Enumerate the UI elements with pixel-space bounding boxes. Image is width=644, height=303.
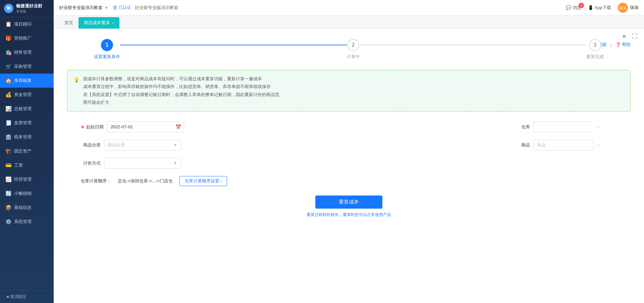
submit-hint: 重算过程耗时较长，重算时您可以正常使用产品 bbox=[307, 212, 391, 218]
sidebar-item-label: 营销推广 bbox=[14, 35, 32, 41]
inventory-icon: 🏠 bbox=[5, 78, 11, 84]
content-area: ✕ ⛶ 1 设置重算条件 2 bbox=[54, 29, 644, 303]
sidebar-item-sales[interactable]: 🛍️ 销售管理 bbox=[0, 45, 54, 59]
pricing-field: 计价方式 ▼ bbox=[80, 158, 342, 169]
warehouse-input[interactable] bbox=[533, 122, 594, 132]
sidebar-item-marketing[interactable]: 🎁 营销推广 bbox=[0, 31, 54, 45]
info-line-2: 成本重算过程中，影响库存账的操作均不能操作，比如进货单、销货单、库存单据不能审核… bbox=[83, 83, 279, 90]
tab-cost-label: 商品成本重算 bbox=[84, 20, 110, 26]
step-line-1 bbox=[120, 45, 347, 45]
accounting-icon: 📊 bbox=[5, 106, 11, 112]
info-line-3: 若【系统设置】中启用了自动调整记账日期时，会调整入库单的整单记账日期，因此重新计… bbox=[83, 91, 279, 98]
verified-badge: 🛡️ 已认证 bbox=[112, 5, 131, 10]
goods-more-icon[interactable]: ··· bbox=[595, 142, 602, 148]
step-1: 1 设置重算条件 bbox=[94, 39, 120, 60]
info-line-1: 因成本计算参数调整，或是对商品成本有疑问时，可以通过成本重算功能，重新计算一遍成… bbox=[83, 75, 279, 83]
submit-area: 重算成本 重算过程耗时较长，重算时您可以正常使用产品 bbox=[67, 196, 631, 218]
warehouse-field: 仓库 ··· bbox=[510, 122, 617, 132]
step-1-label: 设置重算条件 bbox=[94, 54, 120, 60]
app-download-label: App下载 bbox=[595, 5, 611, 11]
sidebar-item-label: 资金管理 bbox=[14, 92, 32, 98]
start-date-label: ★ 起始日期 bbox=[80, 124, 104, 130]
sidebar-unpin-button[interactable]: ◄ 取消固定 bbox=[0, 290, 54, 303]
sidebar-item-project[interactable]: 📋 项目顾问 bbox=[0, 17, 54, 31]
category-select[interactable]: 商品分类 ▼ bbox=[104, 140, 181, 150]
company-name: 好业财专业版演示帐套 bbox=[135, 5, 178, 11]
system-icon: ⚙️ bbox=[5, 219, 11, 225]
phone-icon: 📱 bbox=[588, 5, 593, 10]
expense-icon: 🔄 bbox=[5, 190, 11, 197]
sales-icon: 🛍️ bbox=[5, 49, 11, 55]
info-text: 因成本计算参数调整，或是对商品成本有疑问时，可以通过成本重算功能，重新计算一遍成… bbox=[83, 75, 279, 106]
step-2-circle: 2 bbox=[347, 39, 359, 51]
operation-icon: 📈 bbox=[5, 176, 11, 182]
sidebar-item-purchase[interactable]: 🛒 采购管理 bbox=[0, 59, 54, 74]
project-icon: 📋 bbox=[5, 21, 11, 27]
sidebar-item-operation[interactable]: 📈 经营管理 bbox=[0, 172, 54, 186]
tab-home[interactable]: 首页 bbox=[59, 17, 78, 29]
sidebar-item-system[interactable]: ⚙️ 系统管理 bbox=[0, 215, 54, 229]
account-name: 好业财专业版演示帐套 bbox=[59, 5, 103, 11]
step-line-2 bbox=[360, 45, 587, 45]
required-star: ★ bbox=[80, 124, 85, 129]
sidebar-item-label: 税务管理 bbox=[14, 134, 32, 140]
tab-close-icon[interactable]: × bbox=[112, 21, 114, 25]
category-field: 商品分类 商品分类 ▼ bbox=[80, 140, 496, 150]
step-2-label: 计算中 bbox=[347, 54, 360, 60]
topbar-right: 💬 消息 1 📱 App下载 珠珠 珠珠 bbox=[566, 3, 639, 13]
category-placeholder: 商品分类 bbox=[108, 142, 125, 148]
message-button[interactable]: 💬 消息 1 bbox=[566, 5, 581, 11]
app-download-button[interactable]: 📱 App下载 bbox=[588, 5, 611, 11]
sidebar-item-label: 销售管理 bbox=[14, 49, 32, 55]
payroll-icon: 💳 bbox=[5, 162, 11, 168]
sidebar-item-label: 发票管理 bbox=[14, 120, 32, 126]
goods-field: 商品 商品 ··· bbox=[510, 140, 617, 150]
marketing-icon: 🎁 bbox=[5, 35, 11, 41]
form-row-1: ★ 起始日期 📅 仓库 ··· bbox=[80, 122, 617, 132]
account-selector[interactable]: 好业财专业版演示帐套 ▼ bbox=[59, 5, 108, 11]
pricing-select[interactable]: ▼ bbox=[104, 158, 181, 169]
user-menu[interactable]: 珠珠 珠珠 bbox=[618, 3, 639, 13]
sidebar-item-finance[interactable]: 💰 资金管理 bbox=[0, 88, 54, 102]
goods-input[interactable]: 商品 bbox=[533, 140, 594, 150]
goods-label: 商品 bbox=[510, 142, 530, 148]
warehouse-more-icon[interactable]: ··· bbox=[595, 124, 602, 130]
sidebar-item-basic[interactable]: 📦 基础信息 bbox=[0, 201, 54, 215]
account-dropdown-icon: ▼ bbox=[105, 6, 108, 10]
recalculate-button[interactable]: 重算成本 bbox=[315, 196, 382, 209]
sidebar-item-tax[interactable]: 🏛️ 税务管理 bbox=[0, 130, 54, 144]
sidebar-item-label: 系统管理 bbox=[14, 219, 32, 225]
sidebar-item-inventory[interactable]: 🏠 库存核算 bbox=[0, 74, 54, 88]
sidebar-item-label: 小畅报销 bbox=[14, 190, 32, 197]
warehouse-input-group: ··· bbox=[533, 122, 617, 132]
purchase-icon: 🛒 bbox=[5, 63, 11, 70]
tab-cost-recalc[interactable]: 商品成本重算 × bbox=[78, 17, 119, 29]
expand-window-icon[interactable]: ⛶ bbox=[631, 32, 639, 40]
tax-icon: 🏛️ bbox=[5, 134, 11, 140]
sidebar-item-expense[interactable]: 🔄 小畅报销 bbox=[0, 186, 54, 201]
topbar: 好业财专业版演示帐套 ▼ 🛡️ 已认证 好业财专业版演示帐套 💬 消息 1 📱 … bbox=[54, 0, 644, 15]
calendar-icon[interactable]: 📅 bbox=[173, 124, 184, 130]
warehouse-order-settings-button[interactable]: 仓库计算顺序设置 › bbox=[179, 176, 227, 186]
start-date-input[interactable]: 📅 bbox=[107, 122, 184, 132]
category-dropdown-icon: ▼ bbox=[173, 142, 177, 147]
sidebar-item-payroll[interactable]: 💳 工资 bbox=[0, 158, 54, 172]
goods-input-group: 商品 ··· bbox=[533, 140, 617, 150]
start-date-text[interactable] bbox=[107, 124, 173, 129]
step-3-circle: 3 bbox=[589, 39, 601, 51]
warehouse-order-btn-label: 仓库计算顺序设置 › bbox=[184, 178, 222, 184]
sidebar-item-invoice[interactable]: 🧾 发票管理 bbox=[0, 116, 54, 130]
warehouse-order-row: 仓库计算顺序： 总仓->深圳仓库->...->门店仓 仓库计算顺序设置 › bbox=[80, 176, 617, 186]
step-3: 3 重算完成 bbox=[586, 39, 604, 60]
sidebar-item-accounting[interactable]: 📊 总账管理 bbox=[0, 102, 54, 116]
info-line-4: 围可能会扩大 bbox=[83, 98, 279, 106]
app-icon: 畅 bbox=[4, 4, 13, 13]
svg-text:珠珠: 珠珠 bbox=[619, 6, 627, 10]
main-area: 好业财专业版演示帐套 ▼ 🛡️ 已认证 好业财专业版演示帐套 💬 消息 1 📱 … bbox=[54, 0, 644, 303]
invoice-icon: 🧾 bbox=[5, 120, 11, 126]
sidebar-item-assets[interactable]: 🏗️ 固定资产 bbox=[0, 144, 54, 158]
form-row-2: 商品分类 商品分类 ▼ 商品 商品 ··· bbox=[80, 140, 617, 150]
page-content: ✕ ⛶ 1 设置重算条件 2 bbox=[54, 29, 644, 303]
help-link[interactable]: ❓ 帮助 bbox=[615, 42, 631, 48]
sidebar-item-label: 采购管理 bbox=[14, 63, 32, 70]
